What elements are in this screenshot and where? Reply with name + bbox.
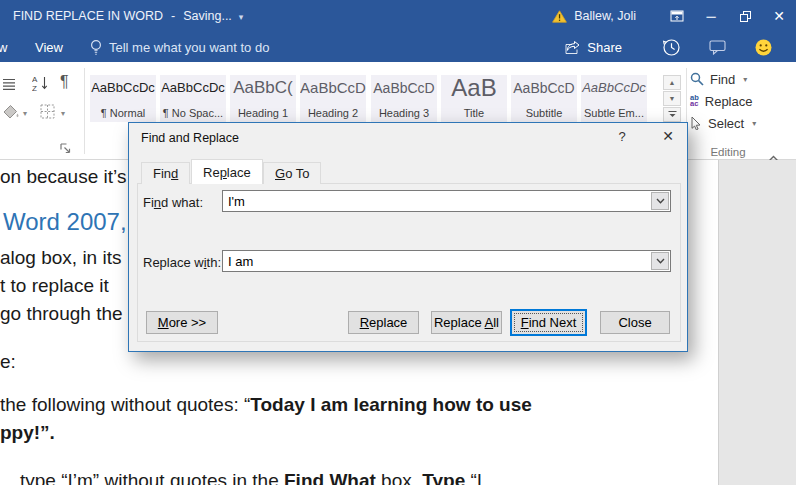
find-what-combo [222,190,671,212]
history-button[interactable] [648,38,694,57]
title-bar: FIND REPLACE IN WORD-Saving...▾ Ballew, … [0,0,796,32]
style-normal[interactable]: AaBbCcDc ¶ Normal [90,75,156,122]
dialog-tab-find[interactable]: Find [141,162,190,184]
doc-text-line: ppy!”. [0,422,55,444]
dialog-title: Find and Replace [141,131,239,145]
lightbulb-icon [90,39,102,56]
comments-button[interactable] [694,40,740,55]
editing-group-label: Editing [690,146,766,158]
close-window-button[interactable]: ✕ [762,0,796,32]
replace-with-dropdown-button[interactable] [651,252,669,270]
doc-text-line: alog box, in its [0,247,121,269]
line-spacing-icon[interactable] [2,77,16,95]
chevron-down-icon[interactable]: ▾ [239,12,244,22]
doc-text-line: the following without quotes: “Today I a… [0,394,532,416]
find-button[interactable]: Find ▾ [690,68,790,90]
pilcrow-icon[interactable]: ¶ [60,73,69,91]
style-subtitle[interactable]: AaBbCcD Subtitle [511,75,577,122]
dialog-tab-replace[interactable]: Replace [191,159,263,184]
chevron-down-icon [656,258,665,264]
paragraph-dialog-launcher-icon[interactable] [60,140,71,158]
smiley-feedback-button[interactable] [740,39,786,56]
warning-icon[interactable] [552,10,567,23]
replace-label: Replace [705,94,753,109]
editing-group: Find ▾ ab ac Replace Select ▾ [690,68,790,134]
find-what-label: Find what: [143,195,203,210]
find-label: Find [710,72,735,87]
chevron-down-icon: ▾ [743,75,747,84]
svg-text:Z: Z [32,84,37,92]
doc-text-line: e: [0,351,16,373]
find-what-dropdown-button[interactable] [651,192,669,210]
doc-text-line: go through the [0,303,123,325]
doc-text-line: on because it’s [0,166,126,188]
restore-button[interactable] [728,0,762,32]
ribbon-display-options-icon [670,10,684,22]
style-heading2[interactable]: AaBbCcD Heading 2 [300,75,366,122]
replace-action-button[interactable]: Replace [348,311,419,334]
style-title[interactable]: AaB Title [441,75,507,122]
replace-with-input[interactable] [223,251,649,271]
document-title: FIND REPLACE IN WORD [13,9,163,23]
style-heading1[interactable]: AaBbC( Heading 1 [230,75,296,122]
replace-icon: ab ac [690,95,699,108]
select-label: Select [708,116,744,131]
find-replace-dialog: Find and Replace ? ✕ Find Replace Go To … [128,122,688,352]
shading-dropdown-icon[interactable]: ▾ [23,109,27,118]
borders-dropdown-icon[interactable]: ▾ [61,109,65,118]
replace-with-combo [222,250,671,272]
dialog-close-button[interactable]: ✕ [653,128,683,144]
search-icon [690,72,704,86]
replace-button[interactable]: ab ac Replace [690,90,790,112]
replace-all-button[interactable]: Replace All [431,311,502,334]
select-button[interactable]: Select ▾ [690,112,790,134]
ribbon-tab-row: w View Tell me what you want to do Share [0,32,796,62]
tab-view[interactable]: View [35,40,63,55]
borders-icon[interactable] [40,104,55,123]
page-margin-area [718,160,796,485]
tab-partial[interactable]: w [0,40,7,55]
doc-heading: Word 2007, [3,208,127,236]
replace-with-label: Replace with: [143,255,221,270]
smiley-icon [755,39,772,56]
dialog-help-button[interactable]: ? [611,129,633,144]
share-label: Share [587,40,622,55]
gallery-more-button[interactable] [663,107,681,122]
sort-icon[interactable]: AZ [32,74,49,96]
word-window: FIND REPLACE IN WORD-Saving...▾ Ballew, … [0,0,796,485]
doc-text-line-clipped: type “I’m” without quotes in the Find Wh… [20,470,482,485]
chevron-down-icon [656,198,665,204]
window-title: FIND REPLACE IN WORD-Saving...▾ [13,9,243,23]
history-icon [662,38,681,57]
gallery-scroll-down-button[interactable]: ▼ [663,91,681,106]
tell-me-label: Tell me what you want to do [109,40,269,55]
tell-me-box[interactable]: Tell me what you want to do [90,39,269,56]
restore-icon [740,11,751,22]
svg-text:A: A [32,75,38,84]
doc-text-line: t to replace it [0,275,109,297]
close-dialog-button[interactable]: Close [600,311,670,334]
minimize-button[interactable]: ─ [694,0,728,32]
share-icon [564,40,581,55]
gallery-scroll-up-button[interactable]: ▲ [663,75,681,90]
style-subtle-emphasis[interactable]: AaBbCcDc Subtle Em... [581,75,647,122]
comment-icon [709,40,726,55]
find-next-button[interactable]: Find Next [510,309,587,336]
find-what-input[interactable] [223,191,649,211]
user-name[interactable]: Ballew, Joli [574,9,636,23]
style-no-spacing[interactable]: AaBbCcDc ¶ No Spac... [160,75,226,122]
styles-gallery-scroll: ▲ ▼ [663,75,681,122]
more-button[interactable]: More >> [146,311,218,334]
style-heading3[interactable]: AaBbCcD Heading 3 [371,75,437,122]
dialog-tab-goto[interactable]: Go To [263,162,321,184]
cursor-arrow-icon [690,116,702,130]
saving-status: Saving... [183,9,232,23]
shading-icon[interactable] [2,104,20,124]
ribbon-display-options-button[interactable] [660,0,694,32]
chevron-down-icon: ▾ [752,119,756,128]
share-button[interactable]: Share [564,40,622,55]
